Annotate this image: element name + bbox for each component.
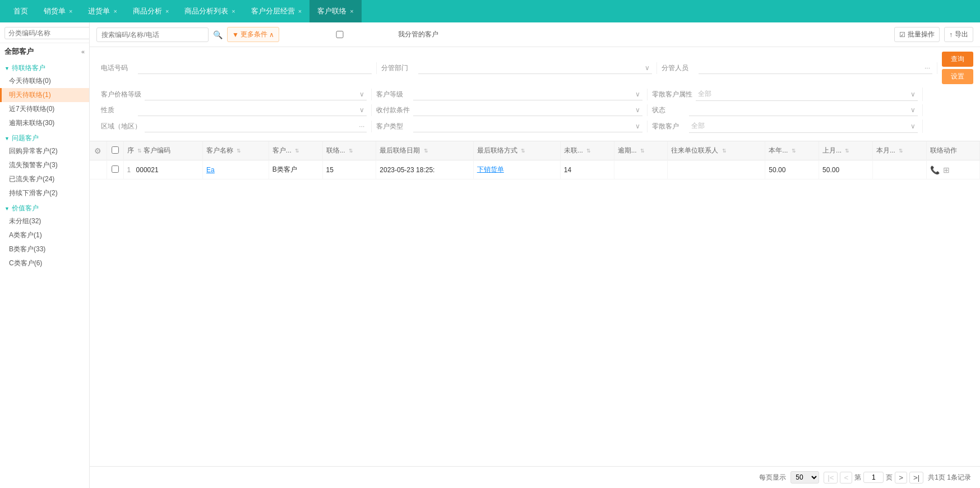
- td-last-month: 50.00: [819, 160, 873, 179]
- filter-retail-customer-select[interactable]: 全部 ∨: [689, 119, 918, 133]
- table-row: 1 000021 Ea B类客户 15 2023-0: [90, 160, 980, 179]
- table-select-all-checkbox[interactable]: [112, 146, 119, 154]
- filter-customer-level: 客户等级 ∨: [372, 89, 647, 100]
- nav-customer-segmentation[interactable]: 客户分层经营 ×: [243, 0, 309, 22]
- th-last-date: 最后联络日期 ⇅: [376, 141, 473, 160]
- person-dots-icon[interactable]: ···: [924, 64, 930, 72]
- grid-action-icon[interactable]: ⊞: [943, 165, 950, 174]
- first-page-button[interactable]: |<: [824, 472, 838, 484]
- filter-customer-level-select[interactable]: ∨: [413, 89, 642, 100]
- td-name: Ea: [203, 160, 269, 179]
- filter-retail-attr-select[interactable]: 全部 ∨: [696, 88, 918, 101]
- sidebar-search-area: 🔍: [0, 22, 89, 43]
- th-not-contacted: 未联... ⇅: [560, 141, 614, 160]
- td-this-year: 50.00: [765, 160, 819, 179]
- sidebar-item-today[interactable]: 今天待联络(0): [0, 74, 89, 88]
- sidebar-item-ungrouped[interactable]: 未分组(32): [0, 214, 89, 228]
- th-gear: ⚙: [90, 141, 107, 160]
- nav-customer-contact-close[interactable]: ×: [350, 8, 353, 15]
- set-button[interactable]: 设置: [942, 69, 973, 84]
- sidebar-item-class-c[interactable]: C类客户(6): [0, 256, 89, 270]
- nav-purchase-order[interactable]: 进货单 ×: [80, 0, 124, 22]
- filter-customer-type-select[interactable]: ∨: [413, 121, 642, 132]
- td-contact-count: 15: [322, 160, 376, 179]
- sidebar-item-7days[interactable]: 近7天待联络(0): [0, 102, 89, 116]
- sidebar-pending-group: 待联络客户: [0, 60, 89, 74]
- sidebar-item-class-b[interactable]: B类客户(33): [0, 242, 89, 256]
- last-page-button[interactable]: >|: [909, 472, 923, 484]
- payment-chevron-icon: ∨: [635, 106, 640, 114]
- filter-phone-input[interactable]: [138, 62, 372, 74]
- sort-unit-contact-icon[interactable]: ⇅: [722, 148, 727, 154]
- sidebar-item-churned[interactable]: 已流失客户(24): [0, 172, 89, 186]
- filter-person-select[interactable]: ···: [699, 62, 932, 74]
- sidebar-item-repurchase-anomaly[interactable]: 回购异常客户(2): [0, 144, 89, 158]
- filter-payment: 收付款条件 ∨: [372, 104, 647, 116]
- filter-icon: ▼: [232, 31, 239, 39]
- nav-customer-contact[interactable]: 客户联络 ×: [309, 0, 361, 22]
- nav-product-analysis-list-close[interactable]: ×: [232, 8, 235, 15]
- row-checkbox[interactable]: [112, 165, 119, 173]
- sidebar-item-tomorrow[interactable]: 明天待联络(1): [0, 88, 89, 102]
- filter-row-2: 客户价格等级 ∨ 客户等级 ∨ 零散客户属性 全部 ∨: [96, 88, 973, 101]
- sidebar-search-input[interactable]: [4, 27, 90, 39]
- sort-last-date-icon[interactable]: ⇅: [424, 148, 428, 154]
- filter-status-select[interactable]: ∨: [689, 104, 918, 116]
- sidebar-all-customers[interactable]: 全部客户 «: [0, 43, 89, 60]
- nav-product-analysis-close[interactable]: ×: [165, 8, 169, 15]
- query-button[interactable]: 查询: [942, 52, 973, 67]
- filter-phone: 电话号码: [96, 62, 377, 74]
- region-dots-icon[interactable]: ···: [359, 122, 364, 130]
- sort-last-month-icon[interactable]: ⇅: [845, 148, 849, 154]
- sort-this-month-icon[interactable]: ⇅: [899, 148, 903, 154]
- sidebar-item-overdue[interactable]: 逾期未联络(30): [0, 116, 89, 130]
- page-number-input[interactable]: [863, 472, 884, 483]
- filter-nature-select[interactable]: ∨: [138, 104, 367, 116]
- filter-payment-select[interactable]: ∨: [413, 104, 642, 116]
- my-customers-checkbox-area[interactable]: 我分管的客户: [284, 30, 438, 39]
- per-page-select[interactable]: 50 100: [791, 471, 819, 484]
- more-filter-button[interactable]: ▼ 更多条件 ∧: [227, 27, 279, 42]
- sidebar-item-class-a[interactable]: A类客户(1): [0, 228, 89, 242]
- sort-not-contacted-icon[interactable]: ⇅: [586, 148, 591, 154]
- batch-ops-button[interactable]: ☑ 批量操作: [894, 27, 940, 42]
- nav-product-analysis-list[interactable]: 商品分析列表 ×: [177, 0, 243, 22]
- sort-this-year-icon[interactable]: ⇅: [792, 148, 796, 154]
- search-input[interactable]: [96, 27, 209, 42]
- nav-sales-order[interactable]: 销货单 ×: [36, 0, 80, 22]
- search-button[interactable]: 🔍: [213, 30, 223, 39]
- filter-person: 分管人员 ···: [657, 62, 937, 74]
- phone-action-icon[interactable]: 📞: [930, 165, 940, 174]
- export-button[interactable]: ↑ 导出: [944, 27, 973, 42]
- nature-chevron-icon: ∨: [359, 106, 364, 114]
- th-overdue: 逾期... ⇅: [614, 141, 668, 160]
- sort-contact-count-icon[interactable]: ⇅: [349, 148, 353, 154]
- td-gear: [90, 160, 107, 179]
- sidebar-item-declining[interactable]: 持续下滑客户(2): [0, 186, 89, 200]
- nav-customer-segmentation-close[interactable]: ×: [298, 8, 302, 15]
- sidebar-item-churn-warning[interactable]: 流失预警客户(3): [0, 158, 89, 172]
- th-contact-action: 联络动作: [926, 141, 979, 160]
- td-unit-contact: [668, 160, 765, 179]
- table-gear-icon[interactable]: ⚙: [94, 146, 101, 155]
- sort-type-icon[interactable]: ⇅: [295, 148, 299, 154]
- nav-sales-order-close[interactable]: ×: [69, 8, 72, 15]
- filter-region: 区域（地区） ···: [96, 121, 372, 132]
- nav-product-analysis[interactable]: 商品分析 ×: [125, 0, 177, 22]
- filter-dept-select[interactable]: ∨: [418, 62, 652, 74]
- sort-last-method-icon[interactable]: ⇅: [521, 148, 525, 154]
- th-unit-contact: 往来单位联系人 ⇅: [668, 141, 765, 160]
- prev-page-button[interactable]: <: [840, 472, 852, 484]
- sort-code-icon[interactable]: ⇅: [137, 148, 142, 154]
- th-this-month: 本月... ⇅: [872, 141, 926, 160]
- sort-overdue-icon[interactable]: ⇅: [640, 148, 645, 154]
- sort-name-icon[interactable]: ⇅: [237, 148, 241, 154]
- nav-home[interactable]: 首页: [6, 0, 36, 22]
- toolbar: 🔍 ▼ 更多条件 ∧ 我分管的客户 ☑ 批量操作 ↑ 导出: [90, 22, 980, 47]
- next-page-button[interactable]: >: [895, 472, 907, 484]
- dept-chevron-icon: ∨: [645, 64, 650, 72]
- nav-purchase-order-close[interactable]: ×: [113, 8, 117, 15]
- filter-price-level-select[interactable]: ∨: [145, 89, 367, 100]
- filter-region-select[interactable]: ···: [145, 121, 367, 132]
- my-customers-checkbox[interactable]: [284, 31, 396, 38]
